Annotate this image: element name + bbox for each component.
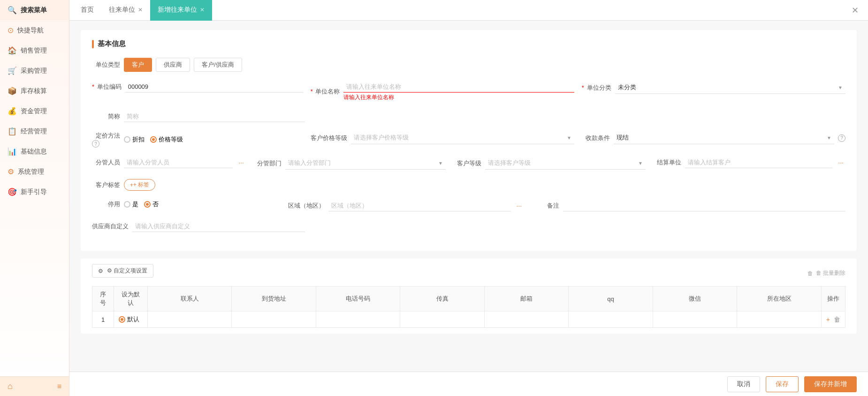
close-new-unit-tab[interactable]: ✕ [200, 7, 205, 13]
default-radio[interactable]: 默认 [119, 315, 143, 324]
disabled-yes-radio[interactable]: 是 [124, 200, 138, 209]
delete-row-btn[interactable]: 🗑 [834, 316, 840, 323]
customer-price-level-select[interactable]: 请选择客户价格等级 ▼ [351, 132, 574, 144]
basic-info-section: 基本信息 单位类型 客户 供应商 客户/供应商 * [81, 30, 857, 251]
settings-icon: ⚙ [98, 268, 103, 274]
save-button[interactable]: 保存 [766, 376, 799, 392]
region-more-btn[interactable]: ··· [515, 202, 524, 210]
sidebar-item-quick-nav[interactable]: ⊙ 快捷导航 [0, 20, 69, 40]
customer-price-level-field: 客户价格等级 请选择客户价格等级 ▼ [311, 132, 574, 144]
guide-icon: 🎯 [8, 187, 17, 196]
row-region-input[interactable] [742, 316, 816, 323]
unit-type-customer-btn[interactable]: 客户 [124, 58, 152, 72]
add-row-btn[interactable]: + [826, 316, 830, 323]
save-and-new-button[interactable]: 保存并新增 [804, 376, 857, 392]
abbreviation-input[interactable] [124, 111, 305, 122]
sidebar-item-basic-info[interactable]: 📊 基础信息 [0, 141, 69, 162]
sidebar-item-purchase[interactable]: 🛒 采购管理 [0, 61, 69, 81]
pricing-method-field: 定价方法 ? 折扣 价格等级 [92, 132, 303, 148]
cell-wechat[interactable] [653, 311, 737, 328]
disabled-no-radio[interactable]: 否 [144, 200, 159, 209]
tab-new-unit[interactable]: 新增往来单位 ✕ [150, 0, 212, 21]
unit-code-input[interactable] [125, 81, 303, 93]
close-all-tabs-button[interactable]: ✕ [846, 5, 864, 16]
manager-input[interactable] [124, 157, 233, 168]
default-circle [119, 316, 125, 323]
unit-type-both-btn[interactable]: 客户/供应商 [194, 58, 242, 72]
payment-terms-help-icon[interactable]: ? [838, 134, 845, 142]
unit-name-input[interactable] [343, 81, 574, 93]
search-icon: 🔍 [8, 6, 17, 15]
custom-settings-button[interactable]: ⚙ ⚙ 自定义项设置 [92, 264, 153, 278]
unit-category-label: * 单位分类 [582, 84, 611, 92]
department-label: 分管部门 [253, 159, 282, 168]
abbreviation-label: 简称 [92, 112, 120, 121]
payment-terms-select[interactable]: 现结 ▼ [614, 132, 834, 144]
phone-input[interactable] [321, 316, 395, 323]
cell-region[interactable] [737, 311, 821, 328]
unit-name-label: * 单位名称 [311, 87, 340, 96]
remarks-field: 备注 [531, 200, 845, 211]
pricing-discount-radio[interactable]: 折扣 [124, 135, 145, 144]
customer-level-placeholder: 请选择客户等级 [488, 159, 636, 167]
cell-address[interactable] [232, 311, 316, 328]
unit-type-supplier-btn[interactable]: 供应商 [156, 58, 190, 72]
customer-level-arrow-icon: ▼ [638, 161, 643, 166]
col-wechat: 微信 [653, 287, 737, 311]
address-input[interactable] [236, 316, 311, 323]
cell-default[interactable]: 默认 [114, 311, 148, 328]
disabled-no-circle [144, 201, 151, 208]
email-input[interactable] [489, 316, 563, 323]
cancel-button[interactable]: 取消 [727, 376, 760, 392]
sidebar-item-guide[interactable]: 🎯 新手引导 [0, 182, 69, 202]
settlement-unit-input[interactable] [685, 157, 832, 168]
department-select[interactable]: 请输入分管部门 ▼ [285, 157, 446, 170]
disabled-field: 停用 是 否 [92, 200, 281, 209]
col-contact: 联系人 [147, 287, 231, 311]
wechat-input[interactable] [658, 316, 732, 323]
department-placeholder: 请输入分管部门 [288, 159, 436, 167]
tab-home[interactable]: 首页 [73, 0, 101, 21]
customer-level-select[interactable]: 请选择客户等级 ▼ [485, 157, 646, 170]
sidebar-item-search[interactable]: 🔍 搜索菜单 [0, 0, 69, 20]
sidebar-item-sales[interactable]: 🏠 销售管理 [0, 40, 69, 61]
quick-nav-icon: ⊙ [8, 26, 14, 35]
unit-type-row: 单位类型 客户 供应商 客户/供应商 [92, 58, 845, 72]
manager-label: 分管人员 [92, 158, 120, 167]
expand-icon[interactable]: ≡ [57, 382, 61, 391]
cell-qq[interactable] [569, 311, 653, 328]
add-tag-button[interactable]: + + 标签 [124, 179, 155, 191]
close-unit-list-tab[interactable]: ✕ [138, 7, 143, 13]
sidebar-bottom: ⌂ ≡ [0, 376, 69, 396]
unit-category-value: 未分类 [618, 83, 837, 92]
region-input[interactable] [328, 200, 511, 211]
remarks-input[interactable] [563, 200, 845, 211]
disabled-row: 停用 是 否 区域（地区） ··· [92, 200, 845, 211]
cell-phone[interactable] [316, 311, 400, 328]
manager-more-btn[interactable]: ··· [236, 159, 246, 166]
qq-input[interactable] [573, 316, 648, 323]
pricing-help-icon[interactable]: ? [92, 140, 99, 148]
fax-input[interactable] [405, 316, 479, 323]
customer-level-label: 客户等级 [453, 159, 481, 168]
batch-delete-button[interactable]: 🗑 🗑 批量删除 [807, 269, 845, 277]
cell-email[interactable] [484, 311, 568, 328]
pricing-level-radio[interactable]: 价格等级 [150, 135, 183, 144]
unit-category-select[interactable]: 未分类 ▼ [615, 81, 845, 94]
unit-name-error: 请输入往来单位名称 [343, 93, 574, 101]
customer-tag-row: 客户标签 + + 标签 [92, 179, 845, 191]
contacts-table: 序号 设为默认 联系人 到货地址 电话号码 传真 邮箱 qq 微信 所在地区 操… [92, 286, 845, 328]
cell-contact[interactable] [147, 311, 231, 328]
settlement-unit-more-btn[interactable]: ··· [836, 159, 845, 166]
section-title: 基本信息 [92, 39, 845, 48]
cell-fax[interactable] [400, 311, 484, 328]
region-field: 区域（地区） ··· [288, 200, 524, 211]
operations-icon: 📋 [8, 127, 17, 136]
supplier-custom-input[interactable] [132, 221, 305, 232]
sidebar-item-finance[interactable]: 💰 资金管理 [0, 101, 69, 121]
tab-unit-list[interactable]: 往来单位 ✕ [101, 0, 150, 21]
sidebar-item-system[interactable]: ⚙ 系统管理 [0, 162, 69, 182]
sidebar-item-operations[interactable]: 📋 经营管理 [0, 121, 69, 141]
contact-input[interactable] [152, 316, 227, 323]
sidebar-item-inventory[interactable]: 📦 库存核算 [0, 81, 69, 101]
